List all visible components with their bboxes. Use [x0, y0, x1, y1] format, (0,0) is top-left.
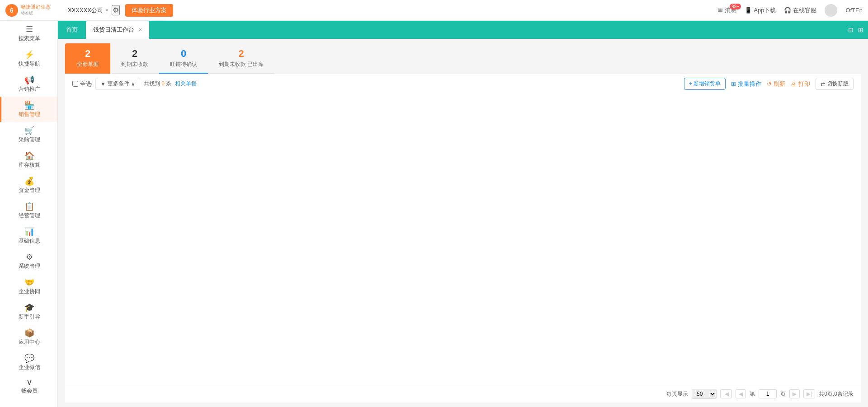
page-content: 2 全部单据 2 到期未收款 0 旺铺待确认 2 到期未收款 已出库 — [58, 39, 868, 407]
stat-label-all: 全部单据 — [77, 61, 99, 68]
sidebar-item-operation[interactable]: 📋 经营管理 — [0, 198, 57, 223]
stat-label-overdue: 到期未收款 — [121, 61, 148, 68]
filter-icon: ▼ — [100, 81, 106, 87]
stat-num-overdue: 2 — [132, 48, 137, 60]
sidebar-item-capital[interactable]: 💰 资金管理 — [0, 173, 57, 198]
guide-icon: 🎓 — [24, 304, 34, 312]
stat-label-overdue-out: 到期未收款 已出库 — [219, 61, 264, 68]
sidebar-item-app-center[interactable]: 📦 应用中心 — [0, 324, 57, 350]
sidebar-item-marketing[interactable]: 📢 营销推广 — [0, 71, 57, 97]
select-all-input[interactable] — [72, 81, 78, 87]
toolbar: 全选 ▼ 更多条件 ∨ 共找到 0 条 相关单据 + 新增销货单 — [65, 74, 861, 94]
tab-qianghuo[interactable]: 钱货日清工作台 × — [86, 21, 149, 39]
sidebar-label-app-center: 应用中心 — [19, 338, 40, 346]
page-input[interactable] — [759, 389, 777, 398]
logo-area: 6 畅捷通好生意 标准版 — [5, 4, 63, 17]
page-next-button[interactable]: ▶ — [789, 389, 800, 398]
trial-button[interactable]: 体验行业方案 — [125, 4, 173, 17]
stats-tabs-container: 2 全部单据 2 到期未收款 0 旺铺待确认 2 到期未收款 已出库 — [58, 39, 868, 74]
main-layout: ☰ 搜索菜单 ⚡ 快捷导航 📢 营销推广 🏪 销售管理 🛒 采购管理 🏠 库存核… — [0, 21, 868, 407]
stat-tab-all[interactable]: 2 全部单据 — [65, 43, 110, 74]
online-service-label: 在线客服 — [793, 6, 816, 14]
stat-label-pending: 旺铺待确认 — [170, 61, 197, 68]
sidebar-item-inventory[interactable]: 🏠 库存核算 — [0, 147, 57, 173]
maximize-icon[interactable]: ⊞ — [858, 26, 863, 33]
page-first-button[interactable]: |◀ — [720, 389, 732, 398]
sales-icon: 🏪 — [24, 101, 34, 109]
capital-icon: 💰 — [24, 177, 34, 185]
sidebar-item-guide[interactable]: 🎓 新手引导 — [0, 299, 57, 324]
search-menu-icon: ☰ — [26, 25, 33, 33]
per-page-select[interactable]: 50 100 200 — [692, 389, 717, 399]
select-all-checkbox[interactable]: 全选 — [72, 80, 92, 88]
online-service-button[interactable]: 🎧 在线客服 — [784, 6, 816, 14]
tab-home[interactable]: 首页 — [58, 21, 86, 39]
company-selector[interactable]: XXXXXX公司 ▾ — [68, 6, 108, 14]
sidebar-label-operation: 经营管理 — [19, 212, 40, 220]
filter-button[interactable]: ▼ 更多条件 ∨ — [95, 78, 140, 90]
found-text: 共找到 0 条 — [144, 80, 171, 88]
enterprise-icon: 🤝 — [24, 278, 34, 286]
page-total: 共0页,0条记录 — [819, 390, 854, 398]
stat-num-pending: 0 — [181, 48, 186, 60]
member-icon: V — [27, 379, 31, 386]
app-download-button[interactable]: 📱 App下载 — [745, 6, 776, 14]
stat-tab-overdue-out[interactable]: 2 到期未收款 已出库 — [208, 43, 274, 74]
sidebar-item-enterprise[interactable]: 🤝 企业协同 — [0, 274, 57, 299]
toolbar-left: 全选 ▼ 更多条件 ∨ 共找到 0 条 相关单据 — [72, 78, 680, 90]
batch-icon: ⊞ — [731, 80, 736, 87]
sidebar-item-sales[interactable]: 🏪 销售管理 — [0, 97, 57, 122]
settings-button[interactable]: ⚙ — [112, 5, 120, 15]
logo-sub: 标准版 — [21, 10, 51, 16]
sidebar-item-wechat[interactable]: 💬 企业微信 — [0, 350, 57, 375]
message-button[interactable]: ✉ 消息 99+ — [718, 6, 736, 14]
sidebar-label-wechat: 企业微信 — [19, 364, 40, 371]
stat-num-overdue-out: 2 — [239, 48, 244, 60]
sidebar-label-capital: 资金管理 — [19, 187, 40, 194]
avatar — [825, 4, 837, 17]
page-prev-button[interactable]: ◀ — [736, 389, 746, 398]
refresh-label: 刷新 — [774, 80, 785, 88]
stat-tab-pending[interactable]: 0 旺铺待确认 — [159, 43, 208, 74]
sidebar-item-system[interactable]: ⚙ 系统管理 — [0, 248, 57, 274]
minimize-icon[interactable]: ⊟ — [848, 26, 854, 33]
print-label: 打印 — [798, 80, 810, 88]
sidebar-item-member[interactable]: V 畅会员 — [0, 375, 57, 398]
sidebar-item-purchase[interactable]: 🛒 采购管理 — [0, 122, 57, 147]
sidebar-label-enterprise: 企业协同 — [19, 288, 40, 295]
add-sales-order-button[interactable]: + 新增销货单 — [684, 78, 726, 90]
found-unit: 条 — [166, 80, 171, 87]
filter-chevron-icon: ∨ — [131, 81, 135, 87]
sidebar-label-purchase: 采购管理 — [19, 136, 40, 144]
message-icon: ✉ — [718, 7, 723, 14]
refresh-button[interactable]: ↺ 刷新 — [767, 80, 785, 88]
sidebar-label-inventory: 库存核算 — [19, 161, 40, 169]
found-count: 0 — [161, 80, 165, 87]
sidebar-item-search-menu[interactable]: ☰ 搜索菜单 — [0, 21, 57, 46]
header-right: ✉ 消息 99+ 📱 App下载 🎧 在线客服 OfTEn — [718, 4, 863, 17]
quick-nav-icon: ⚡ — [24, 51, 34, 59]
per-page-label: 每页显示 — [666, 390, 688, 398]
logo-text: 畅捷通好生意 — [21, 4, 51, 10]
sidebar-item-basic-info[interactable]: 📊 基础信息 — [0, 223, 57, 248]
sidebar-label-sales: 销售管理 — [19, 111, 40, 118]
toolbar-right: + 新增销货单 ⊞ 批量操作 ↺ 刷新 🖨 打印 ⇄ — [684, 78, 854, 90]
tab-close-icon[interactable]: × — [139, 27, 142, 33]
found-prefix: 共找到 — [144, 80, 160, 87]
sidebar-item-quick-nav[interactable]: ⚡ 快捷导航 — [0, 46, 57, 71]
table-area — [65, 94, 861, 385]
sidebar-label-basic-info: 基础信息 — [19, 237, 40, 245]
batch-action-button[interactable]: ⊞ 批量操作 — [731, 80, 761, 88]
message-badge: 99+ — [730, 4, 741, 9]
tab-bar-actions: ⊟ ⊞ — [848, 26, 868, 33]
sidebar-label-marketing: 营销推广 — [19, 85, 40, 93]
stat-tab-overdue[interactable]: 2 到期未收款 — [110, 43, 159, 74]
switch-label: 切换新版 — [827, 80, 849, 88]
sidebar-label-quick-nav: 快捷导航 — [19, 60, 40, 68]
related-orders-link[interactable]: 相关单据 — [175, 80, 197, 88]
print-button[interactable]: 🖨 打印 — [791, 80, 810, 88]
content-area: 首页 钱货日清工作台 × ⊟ ⊞ 2 全部单据 2 到期未收款 — [58, 21, 868, 407]
switch-new-version-button[interactable]: ⇄ 切换新版 — [816, 78, 854, 90]
top-header: 6 畅捷通好生意 标准版 XXXXXX公司 ▾ ⚙ 体验行业方案 ✉ 消息 99… — [0, 0, 868, 21]
page-last-button[interactable]: ▶| — [803, 389, 815, 398]
